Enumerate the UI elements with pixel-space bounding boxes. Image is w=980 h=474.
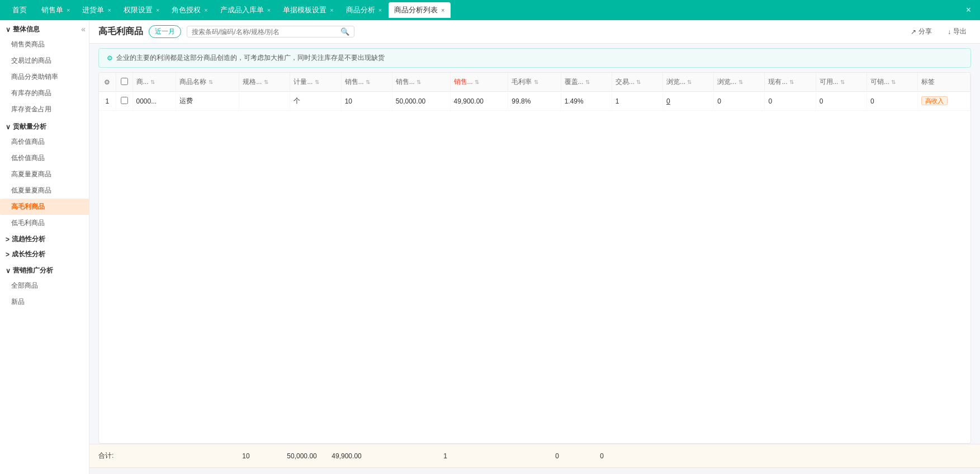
sidebar-item-all-goods[interactable]: 全部商品 [0,278,89,294]
col-label-unit: 计量... [293,78,313,86]
col-transaction[interactable]: 交易... ⇅ [612,73,662,92]
nav-tab-analysis-list[interactable]: 商品分析列表 × [389,2,450,18]
sidebar-item-stock-capital[interactable]: 库存资金占用 [0,101,89,118]
footer-spacer4 [482,454,516,458]
close-productinbound-icon[interactable]: × [267,7,271,13]
close-template-icon[interactable]: × [330,7,333,13]
row-checkbox[interactable] [121,97,128,104]
export-button[interactable]: ↓ 导出 [943,25,971,39]
col-available-stock[interactable]: 可用... ⇅ [816,73,867,92]
sidebar-group-overview[interactable]: ∨ 整体信息 [0,20,89,36]
search-icon[interactable]: 🔍 [340,27,349,36]
table-body: 1 0000... 运费 个 10 50,000.00 49,900.00 99… [99,92,970,111]
nav-tab-template[interactable]: 单据模板设置 × [277,2,339,18]
sidebar-collapse-button[interactable]: « [81,25,86,34]
col-label-name: 商品名称 [179,78,206,86]
sidebar-item-low-value[interactable]: 低价值商品 [0,150,89,166]
row-browse1[interactable]: 0 [663,92,714,111]
col-label-available-stock: 可用... [820,78,839,86]
sidebar-item-high-margin[interactable]: 高毛利商品 [0,199,89,215]
col-spec[interactable]: 规格... ⇅ [239,73,290,92]
nav-tab-productinbound[interactable]: 产成品入库单 × [215,2,276,18]
sort-icon-name: ⇅ [209,79,213,85]
row-sku-code: 0000... [132,92,176,111]
sidebar-group-growth[interactable]: > 成长性分析 [0,246,89,261]
nav-tab-purchase[interactable]: 进货单 × [77,2,116,18]
sidebar-item-low-freq[interactable]: 低夏量夏商品 [0,182,89,199]
bottom-scrollbar[interactable] [89,467,980,474]
close-salesorder-icon[interactable]: × [67,7,70,13]
settings-icon[interactable]: ⚙ [104,78,110,86]
export-icon: ↓ [948,28,951,36]
row-browse2: 0 [714,92,765,111]
table-row: 1 0000... 运费 个 10 50,000.00 49,900.00 99… [99,92,970,111]
share-button[interactable]: ↗ 分享 [906,25,936,39]
sidebar-group-marketing[interactable]: ∨ 营销推广分析 [0,261,89,278]
col-label-tag: 标签 [921,78,935,86]
col-sales-amount[interactable]: 销售... ⇅ [392,73,450,92]
sort-icon-gross-margin: ⇅ [534,79,538,85]
close-analysis-list-icon[interactable]: × [441,7,444,13]
header-actions: ↗ 分享 ↓ 导出 [906,25,971,39]
sidebar-item-traded-goods[interactable]: 交易过的商品 [0,53,89,69]
col-settings[interactable]: ⚙ [99,73,116,92]
content-header: 高毛利商品 近一月 🔍 ↗ 分享 ↓ 导出 [89,20,980,44]
col-label-sales-amount: 销售... [396,78,415,86]
sidebar-item-category-rate[interactable]: 商品分类助销率 [0,69,89,85]
sort-icon-coverage: ⇅ [585,79,590,85]
col-name[interactable]: 商品名称 ⇅ [176,73,239,92]
sort-icon-sales-amount: ⇅ [416,79,421,85]
col-browse2[interactable]: 浏览... ⇅ [714,73,765,92]
sidebar-group-contribution[interactable]: ∨ 贡献量分析 [0,118,89,134]
close-permissions-icon[interactable]: × [156,7,159,13]
select-all-checkbox[interactable] [121,78,128,85]
close-purchase-icon[interactable]: × [107,7,111,13]
top-nav: 首页 销售单 × 进货单 × 权限设置 × 角色授权 × 产成品入库单 × 单据… [0,0,980,20]
browse1-link[interactable]: 0 [666,97,670,105]
col-tag[interactable]: 标签 [918,73,970,92]
sidebar-item-low-margin[interactable]: 低毛利商品 [0,215,89,231]
sidebar-item-high-freq[interactable]: 高夏量夏商品 [0,166,89,182]
sidebar-item-new-goods[interactable]: 新品 [0,294,89,310]
sort-icon-sku: ⇅ [150,79,155,85]
sidebar-item-high-value[interactable]: 高价值商品 [0,134,89,150]
row-sales-qty: 10 [341,92,392,111]
col-current-stock[interactable]: 现有... ⇅ [765,73,816,92]
nav-tab-analysis[interactable]: 商品分析 × [340,2,387,18]
row-gross-margin: 99.8% [508,92,561,111]
col-sales-qty[interactable]: 销售... ⇅ [341,73,392,92]
footer-sales-qty: 10 [236,450,281,462]
nav-tab-salesorder[interactable]: 销售单 × [36,2,75,18]
col-gross-margin[interactable]: 毛利率 ⇅ [508,73,561,92]
col-sku-code[interactable]: 商... ⇅ [132,73,176,92]
col-saleable[interactable]: 可销... ⇅ [867,73,917,92]
col-sales-cost[interactable]: 销售... ⇅ [450,73,508,92]
chevron-down-icon: ∨ [6,26,11,34]
content-area: 高毛利商品 近一月 🔍 ↗ 分享 ↓ 导出 ⚙ 企业的主要的利润都是这部分商品创… [89,20,980,474]
nav-home[interactable]: 首页 [4,5,35,15]
nav-tab-roles[interactable]: 角色授权 × [166,2,213,18]
sidebar-group-trend[interactable]: > 流趋性分析 [0,231,89,246]
close-roles-icon[interactable]: × [204,7,207,13]
close-analysis-icon[interactable]: × [378,7,382,13]
sidebar-item-sales-goods[interactable]: 销售类商品 [0,36,89,53]
row-sales-amount: 50,000.00 [392,92,450,111]
sidebar: « ∨ 整体信息 销售类商品 交易过的商品 商品分类助销率 有库存的商品 库存资… [0,20,89,474]
col-browse1[interactable]: 浏览... ⇅ [663,73,714,92]
close-all-button[interactable]: × [962,5,976,15]
col-checkbox[interactable] [116,73,132,92]
footer-sales-cost: 49,900.00 [326,450,371,462]
col-label-sales-qty: 销售... [345,78,364,86]
time-filter-button[interactable]: 近一月 [149,25,181,38]
col-label-browse1: 浏览... [666,78,685,86]
sidebar-item-stock-goods[interactable]: 有库存的商品 [0,85,89,101]
chevron-right-icon2: > [6,251,10,259]
col-unit[interactable]: 计量... ⇅ [290,73,341,92]
sort-icon-saleable: ⇅ [891,79,896,85]
row-current-stock: 0 [765,92,816,111]
chevron-right-icon: > [6,236,10,243]
search-input[interactable] [192,28,338,36]
nav-tab-permissions[interactable]: 权限设置 × [118,2,165,18]
row-checkbox-cell[interactable] [116,92,132,111]
col-coverage[interactable]: 覆盖... ⇅ [561,73,612,92]
